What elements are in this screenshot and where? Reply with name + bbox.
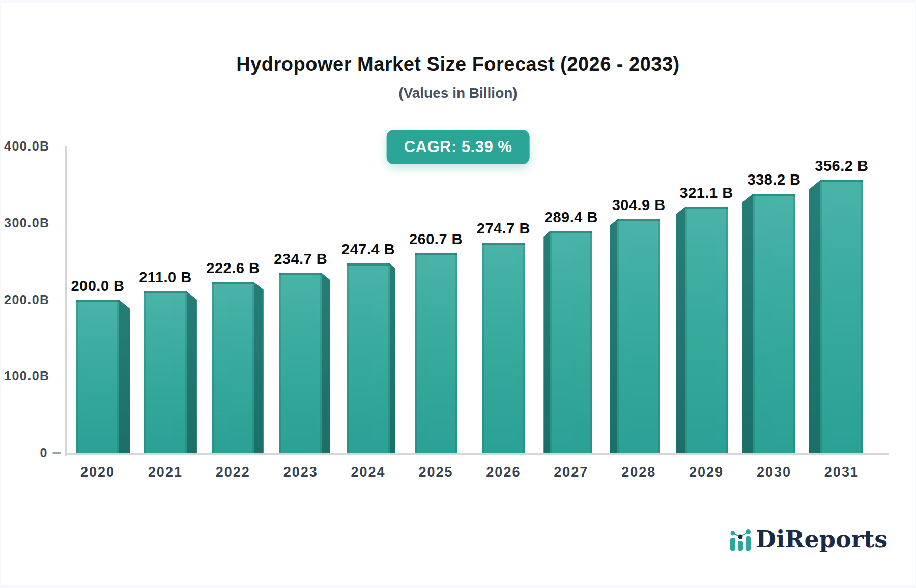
bar-2024-side-face [390, 263, 395, 453]
bar-2021-side-face [187, 291, 197, 453]
zero-tick-dash [52, 452, 61, 454]
bar-2026 [482, 243, 525, 453]
y-axis-label: 300.0B [4, 216, 48, 230]
bar-2022-side-face [254, 282, 264, 453]
bar-2027-side-face [543, 231, 550, 453]
bar-2022 [212, 282, 254, 453]
chart-subtitle: (Values in Billion) [1, 85, 915, 101]
x-axis-label: 2031 [793, 464, 890, 480]
bar-2024 [347, 263, 390, 453]
bar-2030-side-face [742, 194, 753, 453]
bar-2031-side-face [809, 180, 820, 453]
bar-2023-side-face [322, 273, 330, 453]
bar-2030 [753, 194, 795, 453]
bar-2028 [617, 219, 660, 453]
bar-value-label: 356.2 B [793, 158, 890, 174]
bar-2027 [550, 231, 592, 453]
plot-area: 200.0 B2020211.0 B2021222.6 B2022234.7 B… [65, 144, 889, 453]
bar-2020 [76, 300, 119, 454]
bar-2025 [415, 253, 457, 453]
y-axis-label: 0 [4, 446, 48, 460]
bar-2031 [820, 180, 863, 453]
y-axis-line [65, 146, 67, 456]
chart-title: Hydropower Market Size Forecast (2026 - … [1, 53, 915, 75]
chart-card: Hydropower Market Size Forecast (2026 - … [1, 3, 915, 585]
bar-2029-side-face [676, 207, 685, 453]
y-axis-label: 200.0B [4, 292, 48, 307]
bar-2023 [279, 273, 322, 453]
bar-2028-side-face [610, 219, 617, 453]
bar-2029 [685, 207, 728, 453]
chart-canvas: Hydropower Market Size Forecast (2026 - … [0, 0, 916, 588]
bar-2021 [144, 291, 187, 453]
brand-logo-text: DiReports [756, 526, 888, 552]
bar-2020-side-face [119, 300, 130, 454]
y-axis-label: 100.0B [4, 369, 48, 384]
brand-logo: DiReports [730, 526, 888, 552]
mini-bar-line-chart-icon [730, 527, 752, 551]
y-axis-label: 400.0B [4, 139, 48, 154]
